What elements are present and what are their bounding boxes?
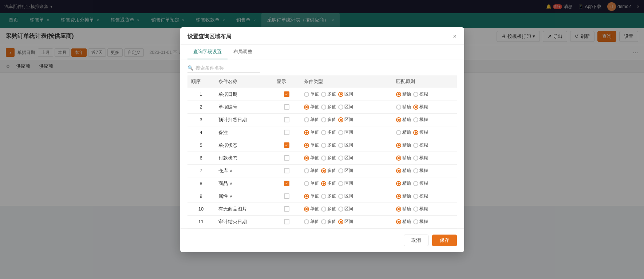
radio-type-单值-6[interactable]: 单值 (304, 155, 319, 161)
radio-type-单值-4[interactable]: 单值 (304, 129, 319, 135)
radio-type-区间-8[interactable]: 区间 (338, 180, 353, 186)
radio-type-多值-3[interactable]: 多值 (321, 117, 336, 123)
table-row: 6付款状态单值多值区间精确模糊 (187, 152, 457, 164)
radio-type-多值-9[interactable]: 多值 (321, 193, 336, 199)
radio-match-模糊-3[interactable]: 模糊 (413, 117, 428, 123)
conditions-table: 顺序 条件名称 显示 条件类型 匹配原则 1单据日期单值多值区间精确模糊2单据编… (187, 75, 457, 206)
search-icon: 🔍 (187, 65, 193, 71)
checkbox-show-9[interactable] (284, 193, 289, 199)
radio-match-精确-4[interactable]: 精确 (396, 129, 411, 135)
radio-type-多值-7[interactable]: 多值 (321, 168, 336, 174)
td-name-7: 仓库 ∨ (215, 164, 273, 177)
dialog-title: 设置查询区域布局 (187, 33, 231, 40)
table-row: 1单据日期单值多值区间精确模糊 (187, 88, 457, 101)
radio-type-多值-5[interactable]: 多值 (321, 142, 336, 148)
checkbox-show-5[interactable] (284, 142, 289, 148)
radio-type-多值-1[interactable]: 多值 (321, 91, 336, 97)
checkbox-show-3[interactable] (284, 117, 289, 122)
radio-type-单值-1[interactable]: 单值 (304, 91, 319, 97)
radio-match-模糊-7[interactable]: 模糊 (413, 168, 428, 174)
td-match-7: 精确模糊 (392, 164, 457, 177)
td-name-9: 属性 ∨ (215, 190, 273, 203)
table-row: 4备注单值多值区间精确模糊 (187, 126, 457, 139)
radio-type-区间-1[interactable]: 区间 (338, 91, 353, 97)
td-show-1 (273, 88, 300, 101)
td-name-10: 有无商品图片 (215, 203, 273, 206)
td-type-6: 单值多值区间 (300, 152, 392, 164)
td-type-7: 单值多值区间 (300, 164, 392, 177)
td-type-3: 单值多值区间 (300, 113, 392, 126)
checkbox-show-1[interactable] (284, 91, 289, 97)
radio-match-模糊-8[interactable]: 模糊 (413, 180, 428, 186)
radio-type-单值-8[interactable]: 单值 (304, 180, 319, 186)
dialog-close-button[interactable]: × (453, 33, 457, 40)
radio-match-精确-5[interactable]: 精确 (396, 142, 411, 148)
radio-match-模糊-6[interactable]: 模糊 (413, 155, 428, 161)
radio-type-区间-7[interactable]: 区间 (338, 168, 353, 174)
td-type-5: 单值多值区间 (300, 139, 392, 152)
th-match: 匹配原则 (392, 75, 457, 88)
radio-type-单值-2[interactable]: 单值 (304, 104, 319, 110)
search-input[interactable] (195, 65, 260, 71)
checkbox-show-2[interactable] (284, 104, 289, 110)
td-match-1: 精确模糊 (392, 88, 457, 101)
radio-match-模糊-1[interactable]: 模糊 (413, 91, 428, 97)
radio-match-模糊-5[interactable]: 模糊 (413, 142, 428, 148)
dialog-tab-layout[interactable]: 布局调整 (228, 45, 258, 59)
td-order-9: 9 (187, 190, 215, 203)
td-show-3 (273, 113, 300, 126)
td-order-4: 4 (187, 126, 215, 139)
td-show-9 (273, 190, 300, 203)
radio-match-精确-9[interactable]: 精确 (396, 193, 411, 199)
td-match-2: 精确模糊 (392, 101, 457, 113)
radio-type-区间-2[interactable]: 区间 (338, 104, 353, 110)
radio-type-单值-3[interactable]: 单值 (304, 117, 319, 123)
td-type-9: 单值多值区间 (300, 190, 392, 203)
td-match-8: 精确模糊 (392, 177, 457, 190)
td-name-2: 单据编号 (215, 101, 273, 113)
td-type-2: 单值多值区间 (300, 101, 392, 113)
search-wrapper: 🔍 (187, 64, 260, 72)
checkbox-show-6[interactable] (284, 155, 289, 161)
radio-type-多值-4[interactable]: 多值 (321, 129, 336, 135)
dialog-tab-query-fields[interactable]: 查询字段设置 (187, 45, 228, 59)
th-order: 顺序 (187, 75, 215, 88)
td-order-8: 8 (187, 177, 215, 190)
td-order-3: 3 (187, 113, 215, 126)
radio-match-精确-3[interactable]: 精确 (396, 117, 411, 123)
radio-type-单值-5[interactable]: 单值 (304, 142, 319, 148)
td-show-4 (273, 126, 300, 139)
td-show-2 (273, 101, 300, 113)
radio-match-精确-2[interactable]: 精确 (396, 104, 411, 110)
radio-match-精确-1[interactable]: 精确 (396, 91, 411, 97)
radio-match-精确-6[interactable]: 精确 (396, 155, 411, 161)
checkbox-show-7[interactable] (284, 168, 289, 173)
radio-type-单值-7[interactable]: 单值 (304, 168, 319, 174)
radio-type-多值-2[interactable]: 多值 (321, 104, 336, 110)
table-row: 3预计到货日期单值多值区间精确模糊 (187, 113, 457, 126)
radio-match-模糊-4[interactable]: 模糊 (413, 129, 428, 135)
td-type-1: 单值多值区间 (300, 88, 392, 101)
td-match-4: 精确模糊 (392, 126, 457, 139)
th-show: 显示 (273, 75, 300, 88)
td-type-8: 单值多值区间 (300, 177, 392, 190)
td-show-5 (273, 139, 300, 152)
radio-type-区间-4[interactable]: 区间 (338, 129, 353, 135)
td-show-6 (273, 152, 300, 164)
td-match-10: 精确模糊 (392, 203, 457, 206)
radio-match-模糊-2[interactable]: 模糊 (413, 104, 428, 110)
radio-type-单值-9[interactable]: 单值 (304, 193, 319, 199)
checkbox-show-4[interactable] (284, 130, 289, 135)
radio-type-区间-5[interactable]: 区间 (338, 142, 353, 148)
td-order-10: 10 (187, 203, 215, 206)
radio-match-模糊-9[interactable]: 模糊 (413, 193, 428, 199)
radio-type-区间-9[interactable]: 区间 (338, 193, 353, 199)
radio-type-区间-3[interactable]: 区间 (338, 117, 353, 123)
radio-type-区间-6[interactable]: 区间 (338, 155, 353, 161)
radio-type-多值-8[interactable]: 多值 (321, 180, 336, 186)
checkbox-show-8[interactable] (284, 181, 289, 186)
radio-match-精确-7[interactable]: 精确 (396, 168, 411, 174)
radio-type-多值-6[interactable]: 多值 (321, 155, 336, 161)
td-type-10: 单值多值区间 (300, 203, 392, 206)
radio-match-精确-8[interactable]: 精确 (396, 180, 411, 186)
